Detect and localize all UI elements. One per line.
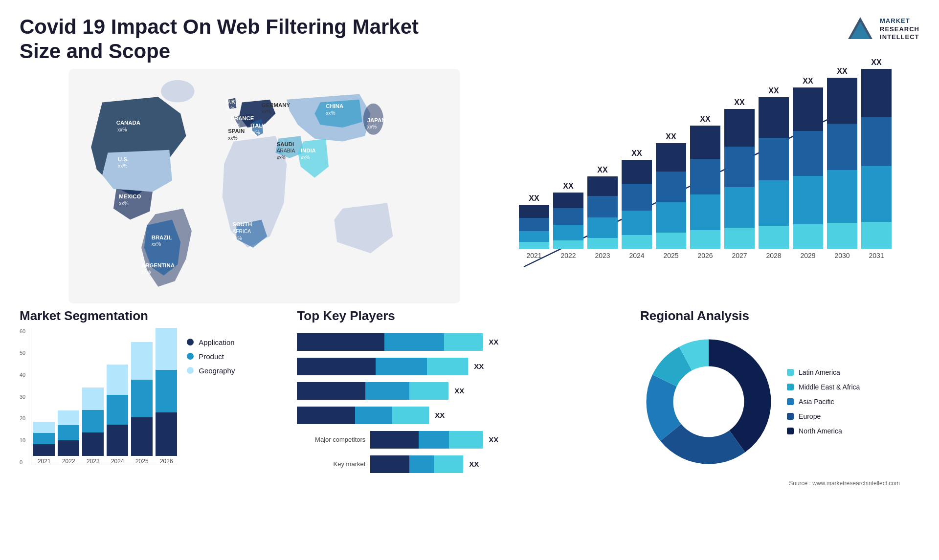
player-row-2: XX	[297, 358, 626, 375]
svg-text:MEXICO: MEXICO	[119, 194, 141, 199]
bar-2024: XX 2024	[622, 149, 652, 259]
svg-text:ARGENTINA: ARGENTINA	[141, 262, 175, 268]
svg-text:SPAIN: SPAIN	[228, 128, 245, 134]
legend-asia-pacific: Asia Pacific	[787, 398, 860, 406]
svg-text:SAUDI: SAUDI	[277, 141, 294, 147]
legend-europe: Europe	[787, 412, 860, 420]
header: Covid 19 Impact On Web Filtering Market …	[0, 0, 939, 69]
product-dot	[187, 353, 194, 360]
donut-area: Latin America Middle East & Africa Asia …	[640, 333, 919, 470]
page-title: Covid 19 Impact On Web Filtering Market …	[20, 15, 460, 64]
svg-text:xx%: xx%	[262, 109, 271, 114]
bar-2030: XX 2030	[827, 67, 857, 259]
bar-chart-container: XX 2021 XX	[519, 69, 919, 303]
svg-text:xx%: xx%	[367, 124, 377, 129]
latin-america-dot	[787, 369, 794, 376]
bar-2023: XX 2023	[587, 166, 618, 259]
source-text: Source : www.marketresearchintellect.com	[640, 480, 919, 487]
svg-text:BRAZIL: BRAZIL	[152, 234, 172, 240]
segmentation-section: Market Segmentation 60 50 40 30 20 10 0	[20, 308, 282, 560]
logo-text: MARKET RESEARCH INTELLECT	[880, 17, 919, 42]
bar-2027: XX 2027	[724, 98, 755, 259]
segmentation-title: Market Segmentation	[20, 308, 282, 323]
svg-text:xx%: xx%	[326, 110, 335, 115]
svg-text:SOUTH: SOUTH	[232, 221, 252, 227]
seg-bar-2022: 2022	[58, 410, 79, 465]
svg-text:xx%: xx%	[250, 129, 260, 135]
seg-bar-2026: 2026	[156, 328, 177, 465]
seg-bar-2024: 2024	[107, 365, 128, 465]
svg-text:CHINA: CHINA	[326, 103, 343, 109]
map-container: CANADA xx% U.S. xx% MEXICO xx% BRAZIL xx…	[20, 69, 509, 303]
seg-bar-2023: 2023	[82, 388, 104, 465]
seg-y-axis: 60 50 40 30 20 10 0	[20, 328, 25, 465]
svg-text:xx%: xx%	[119, 201, 128, 206]
logo: MARKET RESEARCH INTELLECT	[846, 15, 919, 44]
svg-text:CANADA: CANADA	[116, 120, 140, 126]
svg-text:xx%: xx%	[152, 241, 161, 247]
top-section: CANADA xx% U.S. xx% MEXICO xx% BRAZIL xx…	[0, 69, 939, 303]
bottom-section: Market Segmentation 60 50 40 30 20 10 0	[0, 303, 939, 560]
player-row-5: Major competitors XX	[297, 431, 626, 449]
key-market-label: Key market	[297, 460, 365, 468]
bar-2025: XX 2025	[656, 132, 686, 259]
seg-bar-2021: 2021	[33, 422, 55, 465]
legend-middle-east: Middle East & Africa	[787, 383, 860, 391]
regional-section: Regional Analysis	[640, 308, 919, 560]
bar-2029: XX 2029	[793, 77, 823, 259]
europe-dot	[787, 413, 794, 420]
bar-2026: XX 2026	[690, 115, 720, 259]
svg-text:xx%: xx%	[228, 135, 237, 141]
regional-title: Regional Analysis	[640, 308, 919, 323]
logo-icon	[846, 15, 875, 44]
svg-point-3	[161, 80, 195, 103]
svg-text:ARABIA: ARABIA	[277, 148, 295, 153]
seg-bar-2025: 2025	[131, 342, 153, 465]
svg-text:JAPAN: JAPAN	[367, 117, 386, 123]
regional-legend: Latin America Middle East & Africa Asia …	[787, 368, 860, 435]
player-row-1: XX	[297, 333, 626, 351]
seg-legend-application: Application	[187, 338, 235, 346]
seg-legend: Application Product Geography	[187, 338, 235, 375]
svg-text:U.S.: U.S.	[118, 156, 129, 162]
seg-legend-geography: Geography	[187, 366, 235, 375]
players-chart: XX XX	[297, 333, 626, 473]
middle-east-dot	[787, 384, 794, 390]
player-row-3: XX	[297, 382, 626, 400]
svg-text:xx%: xx%	[141, 269, 151, 275]
bar-2028: XX 2028	[759, 86, 789, 259]
svg-text:xx%: xx%	[231, 123, 240, 128]
application-dot	[187, 339, 194, 345]
north-america-dot	[787, 428, 794, 434]
bar-2022: XX 2022	[553, 182, 583, 259]
world-map: CANADA xx% U.S. xx% MEXICO xx% BRAZIL xx…	[20, 69, 509, 303]
player-row-6: Key market XX	[297, 455, 626, 473]
legend-north-america: North America	[787, 427, 860, 435]
seg-legend-product: Product	[187, 352, 235, 361]
major-competitors-label: Major competitors	[297, 436, 365, 443]
legend-latin-america: Latin America	[787, 368, 860, 376]
svg-text:xx%: xx%	[301, 155, 310, 160]
geography-dot	[187, 367, 194, 374]
svg-text:GERMANY: GERMANY	[262, 102, 291, 108]
bar-2021: XX 2021	[519, 194, 549, 259]
bar-2031: XX 2031	[861, 58, 892, 259]
svg-text:INDIA: INDIA	[301, 148, 316, 153]
player-row-4: XX	[297, 407, 626, 424]
svg-text:xx%: xx%	[226, 106, 235, 111]
donut-chart	[640, 333, 777, 470]
svg-text:xx%: xx%	[117, 127, 127, 132]
svg-text:U.K.: U.K.	[226, 99, 237, 105]
svg-text:xx%: xx%	[232, 235, 242, 240]
svg-text:xx%: xx%	[118, 163, 127, 169]
asia-pacific-dot	[787, 398, 794, 405]
svg-point-44	[674, 367, 743, 436]
players-title: Top Key Players	[297, 308, 626, 323]
svg-text:xx%: xx%	[277, 155, 286, 160]
players-section: Top Key Players XX	[297, 308, 626, 560]
svg-text:FRANCE: FRANCE	[231, 115, 254, 121]
svg-text:AFRICA: AFRICA	[232, 229, 251, 234]
svg-text:ITALY: ITALY	[250, 123, 266, 129]
